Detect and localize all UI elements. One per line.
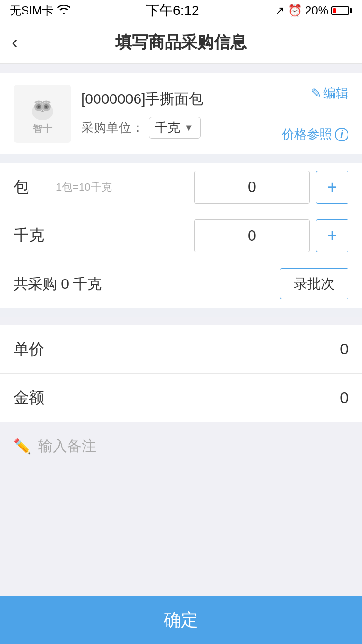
wifi-icon — [57, 4, 70, 17]
price-ref-info-icon: i — [335, 128, 348, 141]
back-button[interactable]: ‹ — [12, 31, 18, 53]
kg-value: 0 — [248, 227, 256, 245]
bao-input-row: 包 1包=10千克 0 + — [0, 163, 362, 211]
product-name: [0000006]手撕面包 — [81, 89, 348, 109]
kg-plus-button[interactable]: + — [316, 219, 348, 252]
section-separator-2 — [0, 308, 362, 317]
input-section: 包 1包=10千克 0 + 千克 0 + — [0, 163, 362, 260]
status-right: ↗ ⏰ 20% — [275, 4, 352, 17]
status-left: 无SIM卡 — [10, 3, 70, 18]
page-title: 填写商品采购信息 — [115, 31, 247, 54]
content-spacer — [0, 470, 362, 567]
unit-dropdown-arrow: ▼ — [184, 122, 194, 133]
amount-row: 金额 0 — [0, 374, 362, 422]
total-row: 共采购 0 千克 录批次 — [0, 260, 362, 308]
kg-label: 千克 — [14, 225, 52, 246]
bao-label: 包 — [14, 177, 52, 198]
kg-number-input[interactable]: 0 — [194, 219, 310, 252]
alarm-icon: ⏰ — [288, 4, 302, 17]
product-card: 智十 [0000006]手撕面包 采购单位： 千克 ▼ ✎ 编辑 价格参照 i — [0, 73, 362, 154]
product-logo: 智十 — [28, 93, 57, 135]
nav-bar: ‹ 填写商品采购信息 — [0, 21, 362, 64]
carrier-label: 无SIM卡 — [10, 3, 54, 18]
svg-point-5 — [38, 106, 40, 108]
note-section[interactable]: ✏️ 输入备注 — [0, 422, 362, 470]
bao-number-input[interactable]: 0 — [194, 171, 310, 204]
status-time: 下午6:12 — [146, 1, 199, 20]
unit-price-label: 单价 — [14, 339, 44, 360]
amount-label: 金额 — [14, 387, 44, 408]
kg-input-control: 0 + — [52, 219, 348, 252]
confirm-button[interactable]: 确定 — [0, 596, 362, 644]
record-batch-button[interactable]: 录批次 — [280, 268, 348, 299]
note-placeholder: 输入备注 — [38, 436, 96, 456]
price-reference-button[interactable]: 价格参照 i — [282, 126, 348, 143]
total-text: 共采购 0 千克 — [14, 274, 102, 294]
battery-icon — [331, 6, 352, 15]
battery-percent: 20% — [305, 4, 328, 17]
edit-button[interactable]: ✎ 编辑 — [311, 85, 348, 102]
unit-price-row: 单价 0 — [0, 325, 362, 374]
kg-input-row: 千克 0 + — [0, 211, 362, 260]
status-bar: 无SIM卡 下午6:12 ↗ ⏰ 20% — [0, 0, 362, 21]
edit-label: 编辑 — [323, 85, 348, 102]
location-icon: ↗ — [275, 4, 285, 17]
unit-select[interactable]: 千克 ▼ — [149, 117, 201, 139]
section-separator-1 — [0, 154, 362, 163]
price-ref-label: 价格参照 — [282, 126, 332, 143]
unit-value: 千克 — [155, 119, 180, 136]
product-image: 智十 — [14, 85, 71, 143]
amount-value: 0 — [340, 389, 348, 407]
unit-price-value: 0 — [340, 340, 348, 358]
unit-label: 采购单位： — [81, 119, 144, 136]
edit-icon: ✎ — [311, 86, 321, 101]
pencil-icon: ✏️ — [14, 438, 31, 455]
bao-value: 0 — [248, 178, 256, 196]
bao-input-control: 0 + — [112, 171, 348, 204]
svg-point-6 — [45, 106, 47, 108]
price-amount-section: 单价 0 金额 0 — [0, 325, 362, 422]
bao-plus-button[interactable]: + — [316, 171, 348, 204]
logo-text: 智十 — [33, 122, 52, 135]
bao-sublabel: 1包=10千克 — [56, 180, 112, 195]
